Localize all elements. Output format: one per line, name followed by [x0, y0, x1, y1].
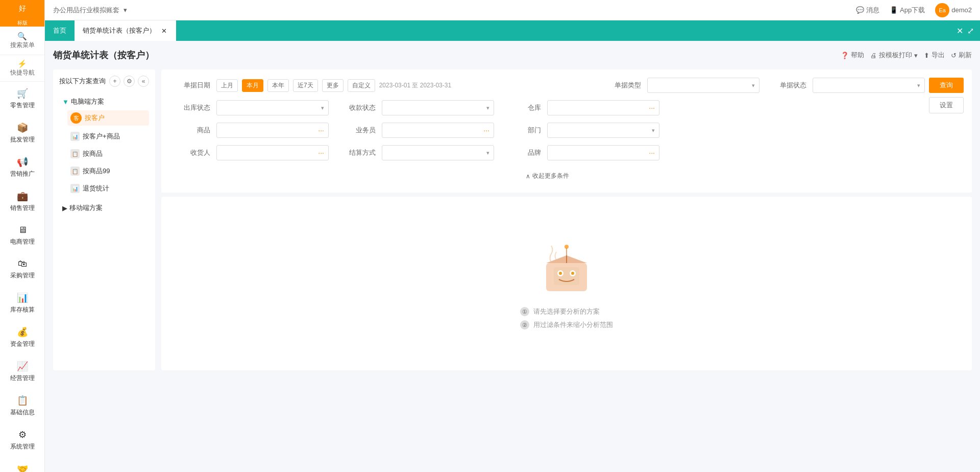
cooperation-icon: 🤝 — [17, 463, 28, 472]
salesman-input[interactable]: ··· — [382, 123, 494, 138]
out-status-select[interactable]: ▾ — [216, 100, 329, 115]
date-btn-this-month[interactable]: 本月 — [242, 79, 263, 92]
tree-parent-mobile[interactable]: ▶ 移动端方案 — [59, 201, 149, 215]
message-icon: 💬 — [856, 6, 864, 14]
payment-select[interactable]: ▾ — [382, 145, 494, 160]
page-title: 销货单统计表（按客户） — [53, 49, 154, 61]
tabbar-close-icon[interactable]: ✕ — [957, 26, 963, 36]
tree-arrow-down-icon: ▼ — [62, 98, 69, 106]
filter-fields-area: 单据日期 上月 本月 本年 近7天 更多 自定义 2023-03-01 至 20… — [169, 78, 925, 184]
empty-state: ① 请先选择要分析的方案 ② 用过滤条件来缩小分析范围 — [161, 197, 972, 370]
export-action[interactable]: ⬆ 导出 — [924, 51, 945, 60]
receipt-status-dropdown-icon: ▾ — [486, 105, 489, 111]
collapse-bar[interactable]: ∧ 收起更多条件 — [169, 168, 925, 184]
tree-item-label-returns[interactable]: 📊 退货统计 — [67, 182, 149, 195]
topbar-app-download[interactable]: 📱 App下载 — [890, 6, 925, 15]
avatar: Ea — [935, 3, 949, 17]
sidebar-item-purchase[interactable]: 🛍 采购管理 — [0, 252, 44, 286]
filter-row-2: 出库状态 ▾ 收款状态 ▾ 仓库 — [169, 100, 925, 115]
receiver-input[interactable]: ··· — [216, 145, 329, 160]
topbar-left: 办公用品行业模拟账套 ▾ — [53, 6, 127, 15]
refresh-icon: ↺ — [951, 52, 957, 59]
tree-item-label-goods99[interactable]: 📋 按商品99 — [67, 164, 149, 178]
tree-item-label-customer-goods[interactable]: 📊 按客户+商品 — [67, 130, 149, 143]
empty-illustration — [536, 238, 597, 299]
query-button[interactable]: 查询 — [929, 78, 964, 93]
sidebar-logo[interactable]: 好 标版 — [0, 0, 44, 27]
inventory-icon: 📊 — [17, 292, 28, 303]
topbar-message[interactable]: 💬 消息 — [856, 6, 879, 15]
page-header: 销货单统计表（按客户） ❓ 帮助 🖨 按模板打印 ▾ ⬆ 导出 ↺ 刷新 — [53, 49, 972, 61]
tabbar-expand-icon[interactable]: ⤢ — [967, 26, 974, 36]
customer-scheme-icon: 客 — [70, 112, 82, 124]
tree-item-goods99[interactable]: 📋 按商品99 — [67, 162, 149, 180]
sidebar-item-inventory[interactable]: 📊 库存核算 — [0, 286, 44, 320]
goods-icon: 📋 — [70, 149, 80, 158]
sidebar-item-finance[interactable]: 💰 资金管理 — [0, 320, 44, 355]
sidebar-item-marketing[interactable]: 📢 营销推广 — [0, 150, 44, 184]
customer-goods-icon: 📊 — [70, 132, 80, 141]
date-btn-more[interactable]: 更多 — [322, 79, 344, 92]
tab-close-icon[interactable]: ✕ — [160, 27, 168, 35]
tree-item-customer-goods[interactable]: 📊 按客户+商品 — [67, 128, 149, 145]
date-btn-last-month[interactable]: 上月 — [216, 79, 238, 92]
tree-item-by-goods[interactable]: 📋 按商品 — [67, 145, 149, 162]
sales-icon: 💼 — [17, 191, 28, 202]
sidebar-item-ecommerce[interactable]: 🖥 电商管理 — [0, 219, 44, 252]
settings-scheme-button[interactable]: ⚙ — [124, 76, 135, 87]
brand-dots-icon: ··· — [649, 149, 655, 157]
refresh-action[interactable]: ↺ 刷新 — [951, 51, 972, 60]
goods-input[interactable]: ··· — [216, 123, 329, 138]
finance-icon: 💰 — [17, 326, 28, 338]
page-content: 销货单统计表（按客户） ❓ 帮助 🖨 按模板打印 ▾ ⬆ 导出 ↺ 刷新 — [45, 41, 980, 472]
warehouse-label: 仓库 — [500, 103, 541, 112]
sidebar-search-item[interactable]: 🔍 搜索菜单 — [0, 27, 44, 55]
help-icon: ❓ — [841, 52, 849, 59]
date-btn-last7days[interactable]: 近7天 — [293, 79, 318, 92]
tree-item-by-customer[interactable]: 客 按客户 — [67, 108, 149, 128]
topbar-user[interactable]: Ea demo2 — [935, 3, 972, 17]
sidebar-item-wholesale[interactable]: 📦 批发管理 — [0, 116, 44, 150]
warehouse-dots-icon: ··· — [649, 104, 655, 112]
date-group: 上月 本月 本年 近7天 更多 自定义 2023-03-01 至 2023-03… — [216, 79, 594, 92]
sidebar-quick-nav[interactable]: ⚡ 快捷导航 — [0, 55, 44, 82]
retail-icon: 🛒 — [17, 88, 28, 99]
hint-2: ② 用过滤条件来缩小分析范围 — [520, 320, 613, 329]
empty-state-panel: ① 请先选择要分析的方案 ② 用过滤条件来缩小分析范围 — [161, 197, 972, 370]
brand-label: 品牌 — [500, 148, 541, 157]
order-type-select[interactable]: ▾ — [647, 78, 760, 93]
logo-icon: 好 — [13, 0, 32, 18]
print-action[interactable]: 🖨 按模板打印 ▾ — [870, 51, 918, 60]
sidebar-item-operations[interactable]: 📈 经营管理 — [0, 355, 44, 389]
tree-item-returns[interactable]: 📊 退货统计 — [67, 180, 149, 197]
order-status-select[interactable]: ▾ — [813, 78, 925, 93]
date-btn-this-year[interactable]: 本年 — [267, 79, 289, 92]
tab-home[interactable]: 首页 — [45, 20, 75, 41]
department-select[interactable]: ▾ — [547, 123, 659, 138]
filter-row-4: 收货人 ··· 结算方式 ▾ 品牌 — [169, 145, 925, 160]
tree-item-label-customer[interactable]: 客 按客户 — [67, 110, 149, 126]
collapse-panel-button[interactable]: « — [138, 76, 149, 87]
date-label: 单据日期 — [169, 81, 210, 90]
right-area: 单据日期 上月 本月 本年 近7天 更多 自定义 2023-03-01 至 20… — [161, 69, 972, 370]
tree-parent-desktop[interactable]: ▼ 电脑端方案 — [59, 95, 149, 108]
system-icon: ⚙ — [18, 429, 27, 440]
sidebar-item-system[interactable]: ⚙ 系统管理 — [0, 423, 44, 457]
settings-button[interactable]: 设置 — [929, 97, 964, 113]
brand-input[interactable]: ··· — [547, 145, 659, 160]
sidebar-item-cooperation[interactable]: 🤝 企业协同 — [0, 457, 44, 472]
topbar-dropdown[interactable]: ▾ — [124, 6, 127, 14]
collapse-up-icon: ∧ — [526, 173, 530, 180]
warehouse-input[interactable]: ··· — [547, 100, 659, 115]
receipt-status-select[interactable]: ▾ — [382, 100, 494, 115]
sidebar-item-sales[interactable]: 💼 销售管理 — [0, 184, 44, 219]
help-action[interactable]: ❓ 帮助 — [841, 51, 864, 60]
order-status-dropdown-icon: ▾ — [917, 82, 920, 89]
tab-sales-stat[interactable]: 销货单统计表（按客户） ✕ — [75, 20, 176, 41]
sidebar-item-retail[interactable]: 🛒 零售管理 — [0, 82, 44, 116]
tree-item-label-goods[interactable]: 📋 按商品 — [67, 147, 149, 160]
add-scheme-button[interactable]: + — [109, 76, 120, 87]
goods-label: 商品 — [169, 126, 210, 135]
sidebar-item-basic-info[interactable]: 📋 基础信息 — [0, 389, 44, 423]
date-btn-custom[interactable]: 自定义 — [348, 79, 375, 92]
